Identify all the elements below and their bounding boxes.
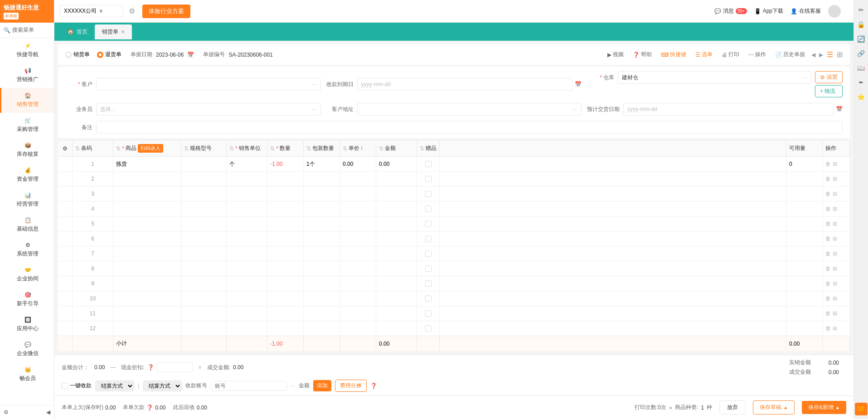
td-remark-8[interactable] (440, 261, 786, 276)
td-amount-10[interactable] (376, 291, 417, 306)
sidebar-item-purchase[interactable]: 🛒 采购管理 (0, 113, 54, 138)
td-spec-6[interactable] (181, 231, 227, 246)
sort-icon[interactable]: ⇅ (75, 145, 80, 152)
copy-icon-8[interactable]: ⊞ (833, 265, 837, 272)
td-unit-1[interactable]: 个 (227, 157, 267, 171)
td-remark-5[interactable] (440, 217, 786, 231)
copy-icon-11[interactable]: ⊞ (833, 310, 837, 317)
td-unit-12[interactable] (227, 321, 267, 336)
td-price-1[interactable]: 0.00 (340, 157, 376, 171)
td-unit-5[interactable] (227, 217, 267, 231)
td-pack-12[interactable] (304, 321, 340, 336)
copy-icon-10[interactable]: ⊞ (833, 295, 837, 302)
td-remark-10[interactable] (440, 291, 786, 306)
td-pack-10[interactable] (304, 291, 340, 306)
td-price-8[interactable] (340, 261, 376, 276)
td-remark-4[interactable] (440, 202, 786, 216)
discard-button[interactable]: 放弃 (719, 400, 746, 414)
td-amount-11[interactable] (376, 306, 417, 321)
salesperson-dots-icon[interactable]: ··· (312, 106, 317, 112)
customer-address-input[interactable]: ··· (357, 103, 582, 116)
td-pack-1[interactable]: 1个 (304, 157, 340, 171)
td-qty-1[interactable]: -1.00 (267, 157, 304, 171)
setting-button[interactable]: ⚙ 设置 (815, 71, 843, 83)
td-product-3[interactable] (113, 187, 181, 201)
sort-icon-price[interactable]: ⇅ (343, 145, 347, 152)
td-remark-1[interactable] (440, 157, 786, 171)
dots-icon[interactable]: ··· (291, 383, 295, 389)
td-pack-9[interactable] (304, 276, 340, 291)
warehouse-input[interactable]: 建材仓 ··· (618, 71, 811, 84)
td-gift-12[interactable] (417, 321, 440, 336)
td-price-7[interactable] (340, 246, 376, 261)
sidebar-item-member[interactable]: 👑 畅会员 (0, 362, 54, 387)
delete-icon-2[interactable]: 🗑 (825, 176, 831, 182)
td-unit-10[interactable] (227, 291, 267, 306)
td-product-7[interactable] (113, 246, 181, 261)
td-amount-3[interactable] (376, 187, 417, 201)
td-gift-9[interactable] (417, 276, 440, 291)
salesperson-input[interactable]: 选择... ··· (96, 103, 321, 116)
company-selector[interactable]: XXXXXX公司 ▼ (60, 5, 123, 17)
td-spec-10[interactable] (181, 291, 227, 306)
td-pack-4[interactable] (304, 202, 340, 216)
td-unit-6[interactable] (227, 231, 267, 246)
td-product-5[interactable] (113, 217, 181, 231)
copy-icon-6[interactable]: ⊞ (833, 236, 837, 242)
td-qty-9[interactable] (267, 276, 304, 291)
help-circle-icon[interactable]: ❓ (147, 364, 154, 371)
td-gift-5[interactable] (417, 217, 440, 231)
app-download-button[interactable]: 📱 App下载 (754, 7, 783, 15)
td-qty-7[interactable] (267, 246, 304, 261)
sidebar-item-apps[interactable]: 🔲 应用中心 (0, 312, 54, 337)
copy-icon-4[interactable]: ⊞ (833, 206, 837, 212)
toolbar-select[interactable]: ☰ 选单 (693, 49, 715, 60)
td-price-2[interactable] (340, 172, 376, 186)
copy-icon-5[interactable]: ⊞ (833, 221, 837, 227)
td-price-6[interactable] (340, 231, 376, 246)
td-product-9[interactable] (113, 276, 181, 291)
td-pack-6[interactable] (304, 231, 340, 246)
td-price-10[interactable] (340, 291, 376, 306)
rp-orange-icon[interactable]: 🧡 (855, 403, 868, 415)
sidebar-settings-icon[interactable]: ⚙ (4, 409, 9, 415)
td-product-8[interactable] (113, 261, 181, 276)
td-spec-4[interactable] (181, 202, 227, 216)
account-input[interactable] (211, 381, 287, 391)
delete-icon-10[interactable]: 🗑 (825, 295, 831, 302)
list-view-icon[interactable]: ☰ (827, 50, 833, 59)
td-amount-7[interactable] (376, 246, 417, 261)
td-remark-3[interactable] (440, 187, 786, 201)
copy-icon-1[interactable]: ⊞ (833, 161, 837, 167)
payment-due-calendar-icon[interactable]: 📅 (575, 81, 582, 87)
td-unit-3[interactable] (227, 187, 267, 201)
td-gift-1[interactable] (417, 157, 440, 171)
gear-icon[interactable]: ⚙ (129, 7, 135, 15)
td-spec-8[interactable] (181, 261, 227, 276)
message-button[interactable]: 💬 消息 99+ (714, 7, 747, 15)
save-draft-button[interactable]: 保存草稿 ▲ (753, 400, 795, 414)
td-gift-11[interactable] (417, 306, 440, 321)
td-spec-11[interactable] (181, 306, 227, 321)
sidebar-item-system[interactable]: ⚙ 系统管理 (0, 237, 54, 262)
user-avatar[interactable] (828, 5, 841, 18)
td-spec-12[interactable] (181, 321, 227, 336)
td-product-12[interactable] (113, 321, 181, 336)
td-unit-11[interactable] (227, 306, 267, 321)
td-unit-2[interactable] (227, 172, 267, 186)
td-product-10[interactable] (113, 291, 181, 306)
remarks-input[interactable] (96, 121, 843, 134)
td-price-11[interactable] (340, 306, 376, 321)
delete-icon-12[interactable]: 🗑 (825, 325, 831, 332)
delete-icon-6[interactable]: 🗑 (825, 236, 831, 242)
td-remark-12[interactable] (440, 321, 786, 336)
td-price-4[interactable] (340, 202, 376, 216)
sort-icon-amount[interactable]: ⇅ (379, 145, 383, 152)
td-unit-8[interactable] (227, 261, 267, 276)
td-pack-7[interactable] (304, 246, 340, 261)
copy-icon-3[interactable]: ⊞ (833, 191, 837, 197)
delete-icon-4[interactable]: 🗑 (825, 206, 831, 212)
toolbar-help[interactable]: ❓ 帮助 (630, 49, 655, 60)
one-click-pay-checkbox[interactable]: 一键收款 (62, 382, 92, 390)
th-settings[interactable]: ⚙ (58, 140, 73, 156)
